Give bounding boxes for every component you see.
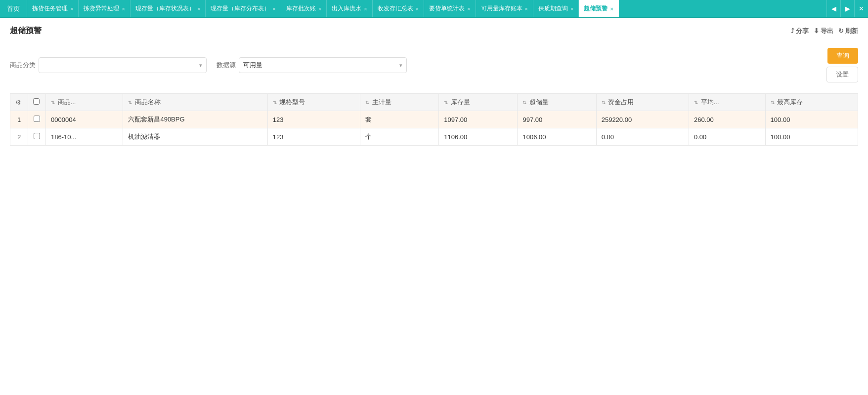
- row-1-no: 1: [10, 111, 28, 128]
- tab-close-4[interactable]: ×: [272, 6, 275, 12]
- row-2-unit: 个: [360, 128, 439, 146]
- row-1-stock: 1097.00: [439, 111, 518, 128]
- tab-close-7[interactable]: ×: [416, 6, 419, 12]
- nav-tab-11[interactable]: 超储预警 ×: [579, 0, 618, 18]
- th-capital[interactable]: ⇅ 资金占用: [596, 94, 689, 111]
- datasource-select[interactable]: 可用量 ▾: [239, 57, 407, 73]
- category-select[interactable]: ▾: [39, 57, 207, 73]
- nav-tab-8[interactable]: 要货单统计表 ×: [424, 0, 476, 18]
- nav-tab-10[interactable]: 保质期查询 ×: [533, 0, 579, 18]
- th-over[interactable]: ⇅ 超储量: [518, 94, 596, 111]
- top-nav: 首页 拣货任务管理 × 拣货异常处理 × 现存量（库存状况表） × 现存量（库存…: [0, 0, 868, 18]
- datasource-select-value: 可用量: [243, 61, 262, 70]
- th-unit[interactable]: ⇅ 主计量: [360, 94, 439, 111]
- row-1-checkbox[interactable]: [34, 116, 40, 122]
- data-table: ⚙ ⇅ 商品... ⇅ 商品名称 ⇅ 规格型号 ⇅: [10, 93, 858, 146]
- row-2-no: 2: [10, 128, 28, 146]
- row-2-capital: 0.00: [596, 128, 689, 146]
- tab-close-10[interactable]: ×: [570, 6, 573, 12]
- sort-icon-unit: ⇅: [365, 100, 369, 105]
- nav-tab-4[interactable]: 现存量（库存分布表） ×: [206, 0, 281, 18]
- th-name[interactable]: ⇅ 商品名称: [123, 94, 267, 111]
- row-1-avg: 260.00: [689, 111, 766, 128]
- sort-icon-name: ⇅: [128, 100, 132, 105]
- row-1-check[interactable]: [28, 111, 46, 128]
- page-actions: ⤴ 分享 ⬇ 导出 ↻ 刷新: [791, 27, 858, 36]
- row-1-capital: 259220.00: [596, 111, 689, 128]
- query-button[interactable]: 查询: [827, 48, 858, 64]
- sort-icon-avg: ⇅: [694, 100, 698, 105]
- nav-tab-2[interactable]: 拣货异常处理 ×: [79, 0, 130, 18]
- tab-close-6[interactable]: ×: [364, 6, 367, 12]
- settings-button[interactable]: 设置: [826, 67, 858, 82]
- datasource-select-arrow-icon: ▾: [399, 62, 402, 69]
- category-select-arrow-icon: ▾: [199, 62, 202, 69]
- row-2-spec: 123: [267, 128, 360, 146]
- tab-close-3[interactable]: ×: [197, 6, 200, 12]
- row-1-spec: 123: [267, 111, 360, 128]
- sort-icon-maxstock: ⇅: [771, 100, 775, 105]
- nav-tab-6[interactable]: 出入库流水 ×: [327, 0, 372, 18]
- nav-arrow-close[interactable]: ✕: [854, 0, 868, 18]
- category-filter: 商品分类 ▾: [10, 57, 207, 73]
- nav-arrow-right[interactable]: ▶: [840, 0, 854, 18]
- tab-close-2[interactable]: ×: [122, 6, 125, 12]
- row-2-over: 1006.00: [518, 128, 596, 146]
- header-checkbox[interactable]: [33, 98, 40, 105]
- row-2-code: 186-10...: [46, 128, 123, 146]
- row-1-unit: 套: [360, 111, 439, 128]
- category-label: 商品分类: [10, 61, 36, 70]
- page-content: 超储预警 ⤴ 分享 ⬇ 导出 ↻ 刷新 商品分类 ▾ 数据源: [0, 18, 868, 154]
- row-1-maxstock: 100.00: [765, 111, 858, 128]
- th-maxstock[interactable]: ⇅ 最高库存: [765, 94, 858, 111]
- row-2-avg: 0.00: [689, 128, 766, 146]
- export-action[interactable]: ⬇ 导出: [814, 27, 833, 36]
- tab-close-1[interactable]: ×: [70, 6, 73, 12]
- th-spec[interactable]: ⇅ 规格型号: [267, 94, 360, 111]
- tab-close-5[interactable]: ×: [318, 6, 321, 12]
- datasource-filter: 数据源 可用量 ▾: [217, 57, 407, 73]
- table-body: 1 0000004 六配套新昌490BPG 123 套 1097.00 997.…: [10, 111, 858, 146]
- nav-tab-5[interactable]: 库存批次账 ×: [281, 0, 327, 18]
- nav-arrow-left[interactable]: ◀: [826, 0, 840, 18]
- table-row: 2 186-10... 机油滤清器 123 个 1106.00 1006.00 …: [10, 128, 858, 146]
- share-icon: ⤴: [791, 27, 794, 35]
- export-icon: ⬇: [814, 27, 819, 35]
- gear-icon: ⚙: [15, 99, 21, 106]
- row-1-code: 0000004: [46, 111, 123, 128]
- th-checkbox[interactable]: [28, 94, 46, 111]
- sort-icon-stock: ⇅: [444, 100, 448, 105]
- row-2-check[interactable]: [28, 128, 46, 146]
- th-avg[interactable]: ⇅ 平均...: [689, 94, 766, 111]
- th-settings[interactable]: ⚙: [10, 94, 28, 111]
- share-action[interactable]: ⤴ 分享: [791, 27, 809, 36]
- nav-home[interactable]: 首页: [0, 0, 27, 18]
- datasource-label: 数据源: [217, 61, 236, 70]
- nav-tab-1[interactable]: 拣货任务管理 ×: [27, 0, 79, 18]
- row-1-over: 997.00: [518, 111, 596, 128]
- row-2-checkbox[interactable]: [34, 133, 40, 139]
- sort-icon-capital: ⇅: [602, 100, 606, 105]
- page-title-row: 超储预警 ⤴ 分享 ⬇ 导出 ↻ 刷新: [10, 26, 858, 36]
- table-header: ⚙ ⇅ 商品... ⇅ 商品名称 ⇅ 规格型号 ⇅: [10, 94, 858, 111]
- row-1-name: 六配套新昌490BPG: [123, 111, 267, 128]
- page-title: 超储预警: [10, 26, 42, 36]
- sort-icon-spec: ⇅: [273, 100, 277, 105]
- row-2-stock: 1106.00: [439, 128, 518, 146]
- nav-arrows: ◀ ▶ ✕: [826, 0, 868, 18]
- nav-tab-3[interactable]: 现存量（库存状况表） ×: [130, 0, 206, 18]
- nav-tab-9[interactable]: 可用量库存账本 ×: [476, 0, 533, 18]
- sort-icon-over: ⇅: [522, 100, 526, 105]
- tab-close-8[interactable]: ×: [467, 6, 470, 12]
- row-2-maxstock: 100.00: [765, 128, 858, 146]
- nav-tab-7[interactable]: 收发存汇总表 ×: [373, 0, 424, 18]
- sort-icon-code: ⇅: [51, 100, 55, 105]
- th-code[interactable]: ⇅ 商品...: [46, 94, 123, 111]
- refresh-icon: ↻: [838, 27, 844, 35]
- filter-row: 商品分类 ▾ 数据源 可用量 ▾ 查询 设置: [10, 43, 858, 87]
- th-stock[interactable]: ⇅ 库存量: [439, 94, 518, 111]
- tab-close-11[interactable]: ×: [610, 6, 613, 12]
- tab-close-9[interactable]: ×: [525, 6, 528, 12]
- filter-buttons: 查询 设置: [826, 48, 858, 82]
- refresh-action[interactable]: ↻ 刷新: [838, 27, 858, 36]
